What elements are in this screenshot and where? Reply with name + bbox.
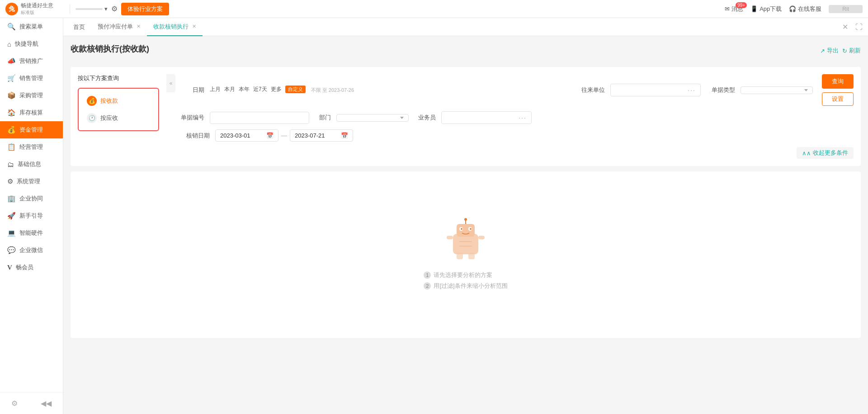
refresh-button[interactable]: ↻ 刷新	[842, 47, 861, 55]
tab-home[interactable]: 首页	[67, 18, 91, 36]
tip-num-1: 1	[424, 271, 431, 279]
staff-dots-icon: ···	[519, 114, 527, 121]
export-icon: ↗	[820, 48, 825, 54]
dept-label: 部门	[315, 114, 331, 122]
solution-button[interactable]: 体验行业方案	[121, 3, 169, 15]
svg-rect-10	[457, 253, 463, 259]
tab-prepay[interactable]: 预付冲应付单 ✕	[91, 18, 147, 36]
sidebar-item-finance[interactable]: 💰 资金管理	[0, 121, 63, 138]
tab-maximize-icon[interactable]: ⛶	[854, 21, 864, 33]
message-btn[interactable]: ✉ 消息 99+	[725, 5, 743, 13]
date-custom-badge[interactable]: 自定义	[285, 86, 306, 93]
date-7days[interactable]: 近7天	[253, 86, 267, 93]
sidebar-item-enterprise[interactable]: 🏢 企业协同	[0, 190, 63, 207]
sidebar-collapse-icon[interactable]: ◀◀	[38, 396, 54, 410]
query-button[interactable]: 查询	[822, 74, 854, 89]
form-row-2: 单据编号 部门 业务员 ···	[181, 111, 854, 124]
tab-collect-close[interactable]: ✕	[192, 24, 196, 29]
logo-icon: 兔	[5, 3, 18, 15]
counterparty-label: 往来单位	[576, 86, 605, 94]
marketing-icon: 📣	[7, 57, 16, 65]
dept-chevron	[400, 117, 404, 119]
staff-input[interactable]: ···	[441, 111, 532, 124]
tab-collect[interactable]: 收款核销执行 ✕	[147, 18, 203, 36]
settings-button[interactable]: 设置	[822, 92, 854, 106]
user-info[interactable]: Rit	[829, 5, 863, 13]
staff-label: 业务员	[414, 114, 436, 122]
logo-text: 畅捷通好生意	[21, 2, 53, 10]
date-last-month[interactable]: 上月	[210, 86, 221, 93]
quick-date-row: 上月 本月 本年 近7天 更多 自定义	[210, 86, 306, 93]
tab-collect-label: 收款核销执行	[153, 23, 189, 31]
workspace-dropdown[interactable]: ▾	[75, 5, 108, 12]
svg-rect-11	[468, 253, 475, 259]
sidebar-item-guide[interactable]: 🚀 新手引导	[0, 207, 63, 224]
date-more[interactable]: 更多	[271, 86, 282, 93]
dropdown-icon: ▾	[104, 5, 108, 12]
verify-date-start-input[interactable]: 2023-03-01 📅	[215, 129, 278, 142]
date-this-month[interactable]: 本月	[224, 86, 235, 93]
sidebar-item-quick-nav[interactable]: ⌂ 快捷导航	[0, 35, 63, 52]
sidebar-item-operation[interactable]: 📋 经营管理	[0, 138, 63, 156]
filter-option-receivable[interactable]: 🕐 按应收	[82, 109, 155, 127]
sidebar-item-hardware[interactable]: 💻 智能硬件	[0, 224, 63, 242]
dept-select[interactable]	[336, 114, 409, 122]
sidebar-item-member[interactable]: V 畅会员	[0, 259, 63, 276]
empty-tips: 1 请先选择要分析的方案 2 用[过滤]条件来缩小分析范围	[424, 271, 507, 293]
verify-date-end-input[interactable]: 2023-07-21 📅	[290, 129, 353, 142]
sidebar-label: 库存核算	[19, 109, 43, 117]
date-separator: —	[281, 132, 287, 139]
voucher-no-input[interactable]	[210, 112, 309, 124]
tab-close-all-icon[interactable]: ✕	[840, 21, 850, 33]
sidebar-item-sales[interactable]: 🛒 销售管理	[0, 70, 63, 87]
refresh-label: 刷新	[849, 47, 861, 55]
counterparty-input[interactable]: ···	[610, 84, 701, 96]
sidebar-item-search-menu[interactable]: 🔍 搜索菜单	[0, 18, 63, 35]
svg-rect-8	[447, 236, 453, 239]
collapse-more-label: 收起更多条件	[813, 149, 848, 157]
gear-icon[interactable]: ⚙	[111, 5, 118, 13]
export-label: 导出	[827, 47, 839, 55]
home-icon: ⌂	[7, 40, 11, 48]
online-service-btn[interactable]: 🎧 在线客服	[789, 5, 821, 13]
collapse-more-button[interactable]: ∧∧ 收起更多条件	[797, 147, 854, 159]
purchase-icon: 📦	[7, 91, 16, 100]
search-form: 日期 上月 本月 本年 近7天 更多 自定义 不限 至 2023-07-26	[181, 74, 854, 159]
guide-icon: 🚀	[7, 212, 16, 220]
page-title: 收款核销执行(按收款)	[71, 43, 149, 54]
svg-point-5	[470, 228, 472, 230]
basic-info-icon: 🗂	[7, 161, 14, 168]
sidebar-item-purchase[interactable]: 📦 采购管理	[0, 87, 63, 104]
filter-option-receipt[interactable]: 💰 按收款	[82, 92, 155, 109]
sidebar-label: 企业协同	[19, 195, 43, 203]
export-button[interactable]: ↗ 导出	[820, 47, 839, 55]
sidebar-label: 经营管理	[19, 143, 43, 151]
filter-title: 按以下方案查询	[78, 74, 159, 82]
collapse-more-row: ∧∧ 收起更多条件	[181, 147, 854, 159]
empty-tip-2: 2 用[过滤]条件来缩小分析范围	[424, 282, 507, 290]
service-label: 在线客服	[798, 5, 821, 13]
sidebar-bottom: ⚙ ◀◀	[0, 392, 63, 414]
sidebar-item-system[interactable]: ⚙ 系统管理	[0, 173, 63, 190]
sidebar-item-marketing[interactable]: 📣 营销推广	[0, 52, 63, 70]
filter-collapse-btn[interactable]: «	[166, 74, 175, 92]
sidebar-item-wechat[interactable]: 💬 企业微信	[0, 242, 63, 259]
empty-tip-1: 1 请先选择要分析的方案	[424, 271, 507, 279]
sidebar-label: 基础信息	[18, 160, 41, 168]
tab-prepay-close[interactable]: ✕	[137, 24, 141, 29]
voucher-type-select[interactable]	[741, 86, 813, 94]
counterparty-dots-icon: ···	[688, 86, 696, 94]
sidebar-label: 搜索菜单	[19, 23, 43, 31]
sidebar-settings-icon[interactable]: ⚙	[9, 396, 20, 410]
form-row-1: 日期 上月 本月 本年 近7天 更多 自定义 不限 至 2023-07-26	[181, 74, 854, 106]
filter-receivable-label: 按应收	[100, 114, 118, 122]
topbar-divider	[70, 5, 70, 14]
app-download-btn[interactable]: 📱 App下载	[750, 5, 782, 13]
sidebar-item-basic-info[interactable]: 🗂 基础信息	[0, 156, 63, 173]
sidebar-item-inventory[interactable]: 🏠 库存核算	[0, 104, 63, 121]
filter-receipt-label: 按收款	[100, 97, 118, 105]
date-this-year[interactable]: 本年	[239, 86, 250, 93]
tab-bar: 首页 预付冲应付单 ✕ 收款核销执行 ✕ ✕ ⛶	[63, 18, 868, 36]
enterprise-icon: 🏢	[7, 195, 16, 203]
sales-icon: 🛒	[7, 74, 16, 82]
